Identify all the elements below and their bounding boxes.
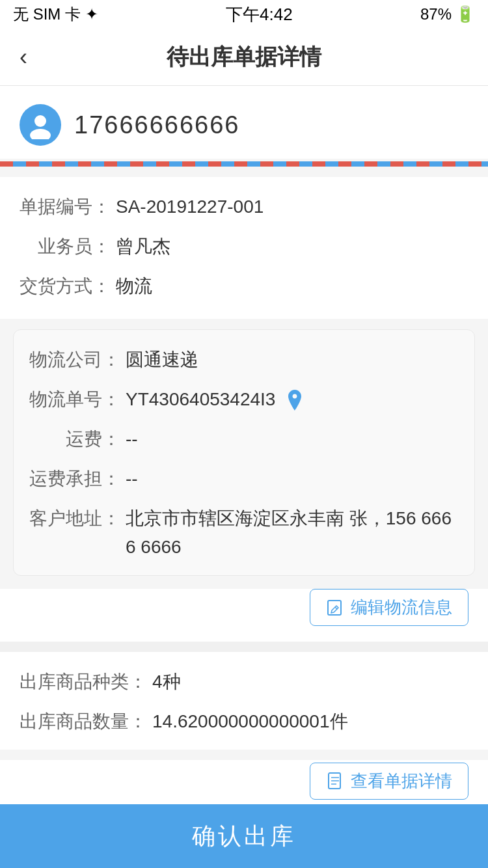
- document-number-label: 单据编号：: [20, 193, 111, 222]
- document-number-row: 单据编号： SA-20191227-001: [20, 193, 468, 222]
- nav-bar: ‹ 待出库单据详情: [0, 29, 488, 86]
- address-row: 客户地址： 北京市市辖区海淀区永丰南 张，156 6666 6666: [29, 504, 459, 563]
- content-area: 17666666666 单据编号： SA-20191227-001 业务员： 曾…: [0, 86, 488, 868]
- goods-quantity-row: 出库商品数量： 14.620000000000001件: [20, 707, 468, 737]
- logistics-company-label: 物流公司：: [29, 346, 120, 375]
- edit-icon: [326, 599, 344, 617]
- back-button[interactable]: ‹: [20, 44, 27, 71]
- dashed-separator: [0, 161, 488, 167]
- tracking-number-row: 物流单号： YT43064053424I3: [29, 385, 459, 414]
- salesperson-label: 业务员：: [20, 232, 111, 262]
- address-label: 客户地址：: [29, 504, 120, 534]
- logistics-company-row: 物流公司： 圆通速递: [29, 346, 459, 375]
- status-bar: 无 SIM 卡 ✦ 下午4:42 87% 🔋: [0, 0, 488, 29]
- status-time: 下午4:42: [226, 3, 293, 26]
- goods-types-value: 4种: [152, 668, 468, 697]
- location-icon[interactable]: [283, 388, 306, 412]
- edit-logistics-button[interactable]: 编辑物流信息: [310, 589, 468, 626]
- svg-point-1: [30, 129, 51, 139]
- salesperson-row: 业务员： 曾凡杰: [20, 232, 468, 262]
- freight-row: 运费： --: [29, 425, 459, 454]
- svg-line-3: [335, 607, 337, 609]
- battery-icon: 🔋: [455, 5, 475, 23]
- logistics-company-value: 圆通速递: [126, 346, 459, 375]
- status-left: 无 SIM 卡 ✦: [13, 4, 98, 25]
- tracking-number-value: YT43064053424I3: [126, 385, 459, 414]
- freight-value: --: [126, 425, 459, 454]
- freight-label: 运费：: [29, 425, 120, 454]
- goods-types-row: 出库商品种类： 4种: [20, 668, 468, 697]
- goods-types-label: 出库商品种类：: [20, 668, 147, 697]
- confirm-button-label: 确认出库: [192, 821, 296, 852]
- logistics-card: 物流公司： 圆通速递 物流单号： YT43064053424I3 运费： -- …: [13, 329, 475, 576]
- svg-point-0: [34, 115, 46, 127]
- order-info-section: 单据编号： SA-20191227-001 业务员： 曾凡杰 交货方式： 物流: [0, 177, 488, 319]
- goods-section: 出库商品种类： 4种 出库商品数量： 14.620000000000001件: [0, 652, 488, 750]
- freight-bearer-row: 运费承担： --: [29, 465, 459, 494]
- freight-bearer-value: --: [126, 465, 459, 494]
- view-detail-button[interactable]: 查看单据详情: [310, 763, 468, 800]
- section-divider: [0, 642, 488, 652]
- status-right: 87% 🔋: [420, 5, 475, 23]
- delivery-method-label: 交货方式：: [20, 272, 111, 301]
- battery-status: 87%: [420, 5, 452, 23]
- document-number-value: SA-20191227-001: [116, 193, 468, 222]
- sim-status: 无 SIM 卡 ✦: [13, 4, 98, 25]
- page-title: 待出库单据详情: [167, 42, 321, 72]
- tracking-number-label: 物流单号：: [29, 385, 120, 414]
- freight-bearer-label: 运费承担：: [29, 465, 120, 494]
- goods-quantity-label: 出库商品数量：: [20, 707, 147, 737]
- delivery-method-row: 交货方式： 物流: [20, 272, 468, 301]
- user-icon: [26, 111, 55, 139]
- address-value: 北京市市辖区海淀区永丰南 张，156 6666 6666: [126, 504, 459, 563]
- avatar: [20, 104, 61, 146]
- confirm-button[interactable]: 确认出库: [0, 804, 488, 868]
- user-phone: 17666666666: [74, 111, 239, 139]
- salesperson-value: 曾凡杰: [116, 232, 468, 262]
- delivery-method-value: 物流: [116, 272, 468, 301]
- document-icon: [326, 772, 344, 790]
- edit-btn-row: 编辑物流信息: [0, 589, 488, 642]
- user-card: 17666666666: [0, 86, 488, 159]
- goods-quantity-value: 14.620000000000001件: [152, 707, 468, 737]
